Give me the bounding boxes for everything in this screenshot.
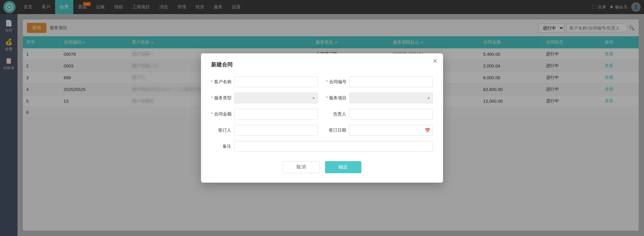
signer-field: 签订人 — [211, 125, 318, 136]
service-type-field: * 服务类型 — [211, 93, 318, 103]
modal-close-button[interactable]: ✕ — [433, 58, 438, 64]
sign-date-field: 签订日期 2023-06-06 📅 — [326, 125, 433, 136]
service-item-label: * 服务项目 — [326, 95, 347, 101]
customer-name-input[interactable] — [234, 77, 318, 87]
service-item-wrapper — [349, 93, 433, 103]
service-type-label: * 服务类型 — [211, 95, 232, 101]
contract-amount-field: * 合同金额 0.00 — [211, 109, 318, 120]
signer-label: 签订人 — [211, 127, 231, 133]
service-item-select[interactable] — [349, 93, 433, 103]
service-type-select[interactable] — [234, 93, 318, 103]
modal-footer: 取消 确定 — [211, 161, 433, 173]
contract-amount-label: * 合同金额 — [211, 111, 232, 117]
contract-no-field: * 合同编号 — [326, 77, 433, 87]
contract-no-input[interactable] — [349, 77, 433, 87]
new-contract-modal: ✕ 新建合同 * 客户名称 * 合同编号 * — [201, 53, 443, 183]
notes-field: 备注 — [211, 141, 433, 152]
sign-date-input[interactable]: 2023-06-06 — [349, 125, 433, 136]
sign-date-wrapper: 2023-06-06 📅 — [349, 125, 433, 136]
responsible-input[interactable] — [349, 109, 433, 120]
service-item-field: * 服务项目 — [326, 93, 433, 103]
cancel-button[interactable]: 取消 — [283, 161, 320, 173]
service-type-wrapper — [234, 93, 318, 103]
confirm-button[interactable]: 确定 — [325, 161, 361, 173]
responsible-label: 负责人 — [326, 111, 346, 117]
contract-amount-input[interactable]: 0.00 — [234, 109, 318, 120]
sign-date-label: 签订日期 — [326, 127, 346, 133]
customer-name-field: * 客户名称 — [211, 77, 318, 87]
notes-label: 备注 — [211, 143, 231, 149]
signer-input[interactable] — [234, 125, 318, 136]
customer-name-label: * 客户名称 — [211, 79, 232, 85]
responsible-field: 负责人 — [326, 109, 433, 120]
calendar-icon: 📅 — [425, 128, 430, 133]
modal-overlay: ✕ 新建合同 * 客户名称 * 合同编号 * — [0, 0, 644, 236]
notes-input[interactable] — [234, 141, 433, 152]
form-grid: * 客户名称 * 合同编号 * 服务类型 — [211, 77, 433, 152]
modal-title: 新建合同 — [211, 61, 433, 68]
contract-no-label: * 合同编号 — [326, 79, 347, 85]
